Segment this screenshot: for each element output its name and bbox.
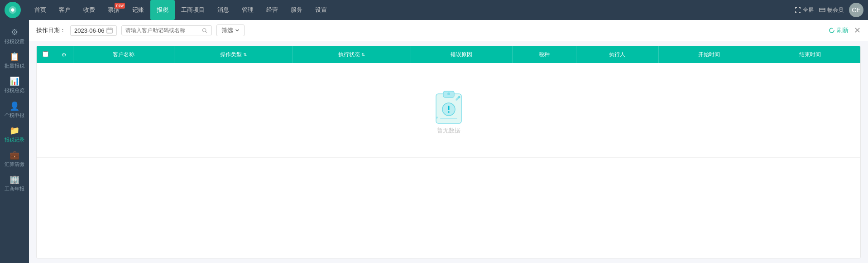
nav-item-票据[interactable]: 票据new <box>101 0 126 20</box>
data-table: ⚙客户名称操作类型⇅执行状态⇅错误原因税种执行人开始时间结束时间 <box>37 46 860 158</box>
main-layout: ⚙报税设置📋批量报税📊报税总览👤个税申报📁报税记录💼汇算清缴🏢工商年报 操作日期… <box>0 20 868 263</box>
empty-text: 暂无数据 <box>437 127 460 135</box>
date-label: 操作日期： <box>36 26 66 34</box>
fullscreen-label: 全屏 <box>803 6 814 14</box>
empty-state-cell: 暂无数据 <box>37 63 860 158</box>
th-error_reason: 错误原因 <box>411 46 512 63</box>
search-box[interactable] <box>121 25 212 35</box>
sidebar-item-baoshuijilu[interactable]: 📁报税记录 <box>0 122 29 146</box>
nav-item-收费[interactable]: 收费 <box>77 0 101 20</box>
empty-illustration <box>431 86 467 127</box>
close-button[interactable]: ✕ <box>854 26 861 34</box>
nav-item-管理[interactable]: 管理 <box>235 0 260 20</box>
nav-item-服务[interactable]: 服务 <box>284 0 309 20</box>
huisuanjiao-icon: 💼 <box>10 150 19 160</box>
calendar-icon <box>106 27 113 34</box>
refresh-button[interactable]: 刷新 <box>829 26 849 34</box>
sidebar-item-huisuanjiao[interactable]: 💼汇算清缴 <box>0 146 29 171</box>
nav-item-客户[interactable]: 客户 <box>53 0 77 20</box>
nav-item-记账[interactable]: 记账 <box>126 0 150 20</box>
baoshuishezhi-icon: ⚙ <box>10 27 19 37</box>
toolbar: 操作日期： 2023-06-06 筛选 <box>29 20 868 41</box>
nav-item-首页[interactable]: 首页 <box>28 0 53 20</box>
top-nav-right: 全屏 畅会员 CE <box>795 3 863 17</box>
sidebar-item-baoshuishezhi[interactable]: ⚙报税设置 <box>0 24 29 48</box>
table-header: ⚙客户名称操作类型⇅执行状态⇅错误原因税种执行人开始时间结束时间 <box>37 46 860 63</box>
svg-point-8 <box>448 111 450 113</box>
search-icon <box>202 28 207 34</box>
piliangbaoshui-label: 批量报税 <box>5 63 24 69</box>
nav-item-工商项目[interactable]: 工商项目 <box>175 0 211 20</box>
th-start_time: 开始时间 <box>658 46 760 63</box>
nav-items: 首页客户收费票据new记账报税工商项目消息管理经营服务设置 <box>28 0 795 20</box>
th-tax_type: 税种 <box>512 46 576 63</box>
vip-button[interactable]: 畅会员 <box>819 6 844 14</box>
refresh-icon <box>829 27 835 34</box>
sidebar-item-geshuishenbao[interactable]: 👤个税申报 <box>0 97 29 122</box>
huisuanjiao-label: 汇算清缴 <box>5 161 24 167</box>
gongshangnian-label: 工商年报 <box>5 186 24 192</box>
th-exec_status[interactable]: 执行状态⇅ <box>293 46 411 63</box>
date-picker[interactable]: 2023-06-06 <box>70 25 117 36</box>
select-all-checkbox[interactable] <box>43 51 48 57</box>
settings-icon[interactable]: ⚙ <box>62 52 67 58</box>
toolbar-right: 刷新 ✕ <box>829 26 861 34</box>
nav-item-设置[interactable]: 设置 <box>309 0 333 20</box>
th-end_time: 结束时间 <box>760 46 860 63</box>
sidebar-item-baoshuizonglan[interactable]: 📊报税总览 <box>0 73 29 97</box>
nav-item-消息[interactable]: 消息 <box>211 0 235 20</box>
avatar-text: CE <box>852 6 860 14</box>
top-nav: 首页客户收费票据new记账报税工商项目消息管理经营服务设置 全屏 畅会员 CE <box>0 0 868 20</box>
content: 操作日期： 2023-06-06 筛选 <box>29 20 868 263</box>
chevron-down-icon <box>235 28 240 33</box>
fullscreen-button[interactable]: 全屏 <box>795 6 814 14</box>
baoshuishezhi-label: 报税设置 <box>5 39 24 44</box>
sidebar: ⚙报税设置📋批量报税📊报税总览👤个税申报📁报税记录💼汇算清缴🏢工商年报 <box>0 20 29 263</box>
th-executor: 执行人 <box>576 46 658 63</box>
table-body: 暂无数据 <box>37 63 860 158</box>
sidebar-item-piliangbaoshui[interactable]: 📋批量报税 <box>0 48 29 73</box>
empty-state-row: 暂无数据 <box>37 63 860 158</box>
nav-badge-new: new <box>115 3 125 9</box>
th-settings: ⚙ <box>55 46 73 63</box>
geshuishenbao-icon: 👤 <box>10 101 19 111</box>
table-container: ⚙客户名称操作类型⇅执行状态⇅错误原因税种执行人开始时间结束时间 <box>36 46 861 258</box>
baoshuijilu-label: 报税记录 <box>5 137 24 143</box>
sidebar-item-gongshangnian[interactable]: 🏢工商年报 <box>0 171 29 195</box>
nav-item-报税[interactable]: 报税 <box>150 0 175 20</box>
date-value: 2023-06-06 <box>74 27 105 34</box>
baoshuizonglan-icon: 📊 <box>10 76 19 86</box>
svg-rect-1 <box>107 28 112 33</box>
sort-icon-operation_type: ⇅ <box>243 52 247 57</box>
gongshangnian-icon: 🏢 <box>10 175 19 185</box>
svg-rect-7 <box>448 106 449 110</box>
geshuishenbao-label: 个税申报 <box>5 112 24 118</box>
empty-state: 暂无数据 <box>40 68 857 153</box>
search-input[interactable] <box>125 27 202 34</box>
filter-button[interactable]: 筛选 <box>216 24 245 36</box>
nav-item-经营[interactable]: 经营 <box>260 0 284 20</box>
baoshuizonglan-label: 报税总览 <box>5 88 24 93</box>
header-row: ⚙客户名称操作类型⇅执行状态⇅错误原因税种执行人开始时间结束时间 <box>37 46 860 63</box>
sort-icon-exec_status: ⇅ <box>361 52 365 57</box>
svg-point-5 <box>447 93 450 95</box>
refresh-label: 刷新 <box>837 26 849 34</box>
th-client_name: 客户名称 <box>73 46 174 63</box>
logo[interactable] <box>5 2 21 18</box>
baoshuijilu-icon: 📁 <box>10 126 19 136</box>
piliangbaoshui-icon: 📋 <box>10 52 19 62</box>
filter-label: 筛选 <box>221 26 233 34</box>
th-checkbox <box>37 46 55 63</box>
th-operation_type[interactable]: 操作类型⇅ <box>174 46 293 63</box>
vip-label: 畅会员 <box>827 6 844 14</box>
avatar[interactable]: CE <box>849 3 863 17</box>
svg-rect-0 <box>820 8 825 12</box>
